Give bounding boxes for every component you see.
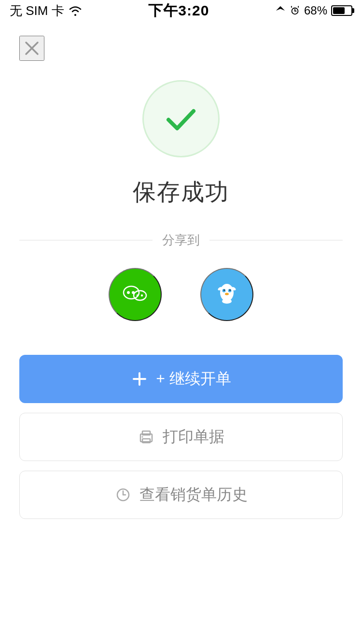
svg-point-15 <box>223 290 225 291</box>
svg-rect-23 <box>142 431 150 435</box>
share-wechat-button[interactable] <box>109 268 162 321</box>
success-title: 保存成功 <box>133 177 229 208</box>
status-right: 68% <box>275 4 352 17</box>
svg-rect-24 <box>142 439 150 443</box>
wifi-icon <box>68 5 83 16</box>
wechat-icon <box>120 279 151 310</box>
battery-icon <box>331 5 352 16</box>
plus-icon <box>131 370 148 388</box>
checkmark-icon <box>162 99 200 138</box>
divider-line-right <box>209 240 343 240</box>
alarm-icon <box>290 5 300 16</box>
print-button-label: 打印单据 <box>163 426 224 448</box>
history-button-label: 查看销货单历史 <box>139 484 248 505</box>
svg-point-6 <box>127 291 130 294</box>
svg-point-16 <box>229 290 231 291</box>
svg-point-8 <box>134 291 146 300</box>
sim-text: 无 SIM 卡 <box>10 2 64 19</box>
share-qq-button[interactable] <box>200 268 253 321</box>
print-icon <box>138 428 155 446</box>
svg-point-11 <box>220 284 234 301</box>
divider-line-left <box>19 240 153 240</box>
close-button[interactable] <box>19 36 44 61</box>
history-icon <box>114 486 132 504</box>
share-divider: 分享到 <box>19 232 343 249</box>
svg-point-12 <box>222 299 232 304</box>
history-button[interactable]: 查看销货单历史 <box>19 471 343 519</box>
action-buttons: + 继续开单 打印单据 查看销货单历史 <box>19 355 343 519</box>
battery-percent: 68% <box>304 4 327 17</box>
continue-button-label: + 继续开单 <box>156 368 231 390</box>
success-icon-circle <box>142 80 220 157</box>
svg-point-25 <box>142 436 143 438</box>
print-button[interactable]: 打印单据 <box>19 413 343 461</box>
page-content: 保存成功 分享到 <box>0 21 362 548</box>
qq-icon <box>211 279 242 310</box>
svg-point-5 <box>124 286 139 299</box>
status-bar: 无 SIM 卡 下午3:20 68% <box>0 0 362 21</box>
share-icons <box>109 268 253 321</box>
continue-button[interactable]: + 继续开单 <box>19 355 343 403</box>
status-left: 无 SIM 卡 <box>10 2 83 19</box>
svg-point-9 <box>137 294 139 296</box>
status-time: 下午3:20 <box>148 1 209 21</box>
share-label: 分享到 <box>162 232 200 249</box>
svg-point-17 <box>225 293 229 295</box>
location-icon <box>275 5 286 16</box>
svg-point-10 <box>141 294 143 296</box>
